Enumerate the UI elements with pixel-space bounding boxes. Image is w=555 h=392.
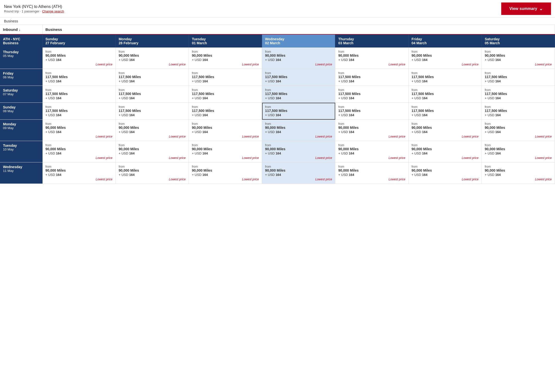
- cell-r3-c4[interactable]: from117,500 Miles+ USD 164: [335, 103, 408, 120]
- cell-r0-c5[interactable]: from90,000 Miles+ USD 164Lowest price: [408, 48, 482, 69]
- col-day-5: Friday: [412, 37, 479, 41]
- table-row: Sunday08 Mayfrom117,500 Miles+ USD 164fr…: [0, 103, 555, 120]
- cell-r1-c5[interactable]: from117,500 Miles+ USD 164: [408, 69, 482, 86]
- cell-r6-c1[interactable]: from90,000 Miles+ USD 164Lowest price: [115, 162, 189, 184]
- cell-r4-c2[interactable]: from90,000 Miles+ USD 164Lowest price: [189, 120, 262, 141]
- table-row: Thursday05 Mayfrom90,000 Miles+ USD 164L…: [0, 48, 555, 69]
- cell-r6-c5[interactable]: from90,000 Miles+ USD 164Lowest price: [408, 162, 482, 184]
- price-from-label: from: [192, 88, 259, 92]
- col-day-0: Sunday: [46, 37, 112, 41]
- cell-r1-c4[interactable]: from117,500 Miles+ USD 164: [335, 69, 408, 86]
- cell-r3-c2[interactable]: from117,500 Miles+ USD 164: [189, 103, 262, 120]
- cell-r6-c2[interactable]: from90,000 Miles+ USD 164Lowest price: [189, 162, 262, 184]
- lowest-price-label: Lowest price: [412, 178, 479, 181]
- price-from-label: from: [119, 50, 186, 53]
- lowest-price-label: Lowest price: [338, 156, 405, 160]
- down-arrow-icon: ↓: [19, 27, 21, 32]
- cell-r2-c5[interactable]: from117,500 Miles+ USD 164: [408, 86, 482, 103]
- col-date-5: 04 March: [412, 41, 479, 45]
- cell-r2-c0[interactable]: from117,500 Miles+ USD 164: [42, 86, 115, 103]
- cell-r4-c4[interactable]: from90,000 Miles+ USD 164Lowest price: [335, 120, 408, 141]
- cell-r0-c6[interactable]: from90,000 Miles+ USD 164Lowest price: [482, 48, 555, 69]
- price-from-label: from: [338, 71, 405, 75]
- cell-r5-c5[interactable]: from90,000 Miles+ USD 164Lowest price: [408, 141, 482, 162]
- cell-r1-c6[interactable]: from117,500 Miles+ USD 164: [482, 69, 555, 86]
- cell-r0-c1[interactable]: from90,000 Miles+ USD 164Lowest price: [115, 48, 189, 69]
- col-header-2[interactable]: Tuesday 01 March: [189, 34, 262, 48]
- price-usd: + USD 164: [119, 96, 186, 100]
- cell-r5-c0[interactable]: from90,000 Miles+ USD 164Lowest price: [42, 141, 115, 162]
- price-usd: + USD 164: [485, 151, 552, 155]
- cell-r6-c0[interactable]: from90,000 Miles+ USD 164Lowest price: [42, 162, 115, 184]
- col-header-6[interactable]: Saturday 05 March: [482, 34, 555, 48]
- cell-r3-c6[interactable]: from117,500 Miles+ USD 164: [482, 103, 555, 120]
- price-usd: + USD 164: [412, 96, 479, 100]
- lowest-price-label: Lowest price: [46, 156, 112, 160]
- price-miles: 90,000 Miles: [46, 168, 66, 172]
- col-header-1[interactable]: Monday 28 February: [115, 34, 189, 48]
- col-header-4[interactable]: Thursday 03 March: [335, 34, 408, 48]
- price-usd: + USD 164: [265, 151, 332, 155]
- price-from-label: from: [46, 105, 112, 109]
- cell-r6-c6[interactable]: from90,000 Miles+ USD 164Lowest price: [482, 162, 555, 184]
- price-usd: + USD 164: [192, 113, 259, 117]
- cell-r1-c2[interactable]: from117,500 Miles+ USD 164: [189, 69, 262, 86]
- price-usd: + USD 164: [192, 79, 259, 83]
- cell-r4-c6[interactable]: from90,000 Miles+ USD 164Lowest price: [482, 120, 555, 141]
- col-header-3[interactable]: Wednesday 02 March: [262, 34, 335, 48]
- cell-r5-c6[interactable]: from90,000 Miles+ USD 164Lowest price: [482, 141, 555, 162]
- table-row: Tuesday10 Mayfrom90,000 Miles+ USD 164Lo…: [0, 141, 555, 162]
- cell-r0-c0[interactable]: from90,000 Miles+ USD 164Lowest price: [42, 48, 115, 69]
- cell-r4-c1[interactable]: from90,000 Miles+ USD 164Lowest price: [115, 120, 189, 141]
- cell-r2-c4[interactable]: from117,500 Miles+ USD 164: [335, 86, 408, 103]
- price-from-label: from: [265, 165, 332, 168]
- cell-r1-c0[interactable]: from117,500 Miles+ USD 164: [42, 69, 115, 86]
- price-miles: 90,000 Miles: [338, 168, 359, 172]
- cell-r3-c3[interactable]: from117,500 Miles+ USD 164: [262, 103, 335, 120]
- price-miles: 117,500 Miles: [338, 92, 361, 96]
- price-miles: 117,500 Miles: [46, 109, 68, 113]
- cell-r4-c0[interactable]: from90,000 Miles+ USD 164Lowest price: [42, 120, 115, 141]
- cell-r2-c2[interactable]: from117,500 Miles+ USD 164: [189, 86, 262, 103]
- price-from-label: from: [119, 71, 186, 75]
- price-miles: 90,000 Miles: [192, 53, 212, 57]
- cell-r5-c2[interactable]: from90,000 Miles+ USD 164Lowest price: [189, 141, 262, 162]
- price-from-label: from: [46, 122, 112, 126]
- cell-r1-c1[interactable]: from117,500 Miles+ USD 164: [115, 69, 189, 86]
- change-search-link[interactable]: Change search: [42, 9, 64, 13]
- col-header-0[interactable]: Sunday 27 February: [42, 34, 115, 48]
- page-subtitle: Round trip · 1 passenger · Change search: [4, 9, 64, 13]
- cell-r6-c3[interactable]: from90,000 Miles+ USD 164Lowest price: [262, 162, 335, 184]
- cell-r6-c4[interactable]: from90,000 Miles+ USD 164Lowest price: [335, 162, 408, 184]
- row-label-0: Thursday05 May: [0, 48, 42, 69]
- price-from-label: from: [265, 50, 332, 53]
- price-usd: + USD 164: [338, 130, 405, 134]
- cell-r2-c1[interactable]: from117,500 Miles+ USD 164: [115, 86, 189, 103]
- cell-r1-c3[interactable]: from117,500 Miles+ USD 164: [262, 69, 335, 86]
- cell-r0-c3[interactable]: from90,000 Miles+ USD 164Lowest price: [262, 48, 335, 69]
- cell-r3-c5[interactable]: from117,500 Miles+ USD 164: [408, 103, 482, 120]
- price-miles: 117,500 Miles: [119, 92, 141, 96]
- price-from-label: from: [338, 122, 405, 126]
- price-from-label: from: [265, 122, 332, 126]
- cell-r5-c4[interactable]: from90,000 Miles+ USD 164Lowest price: [335, 141, 408, 162]
- cell-r2-c6[interactable]: from117,500 Miles+ USD 164: [482, 86, 555, 103]
- cell-r0-c4[interactable]: from90,000 Miles+ USD 164Lowest price: [335, 48, 408, 69]
- lowest-price-label: Lowest price: [265, 135, 332, 138]
- cell-r4-c5[interactable]: from90,000 Miles+ USD 164Lowest price: [408, 120, 482, 141]
- col-header-5[interactable]: Friday 04 March: [408, 34, 482, 48]
- cell-r5-c3[interactable]: from90,000 Miles+ USD 164Lowest price: [262, 141, 335, 162]
- price-miles: 117,500 Miles: [265, 109, 287, 113]
- cell-r2-c3[interactable]: from117,500 Miles+ USD 164: [262, 86, 335, 103]
- cell-r4-c3[interactable]: from90,000 Miles+ USD 164Lowest price: [262, 120, 335, 141]
- lowest-price-label: Lowest price: [412, 135, 479, 138]
- cell-r0-c2[interactable]: from90,000 Miles+ USD 164Lowest price: [189, 48, 262, 69]
- header-left: New York (NYC) to Athens (ATH) Round tri…: [4, 4, 64, 13]
- view-summary-button[interactable]: View summary ⌄: [501, 2, 551, 15]
- price-from-label: from: [412, 88, 479, 92]
- price-usd: + USD 164: [119, 130, 186, 134]
- cell-r3-c1[interactable]: from117,500 Miles+ USD 164: [115, 103, 189, 120]
- col-day-3: Wednesday: [265, 37, 332, 41]
- cell-r3-c0[interactable]: from117,500 Miles+ USD 164: [42, 103, 115, 120]
- cell-r5-c1[interactable]: from90,000 Miles+ USD 164Lowest price: [115, 141, 189, 162]
